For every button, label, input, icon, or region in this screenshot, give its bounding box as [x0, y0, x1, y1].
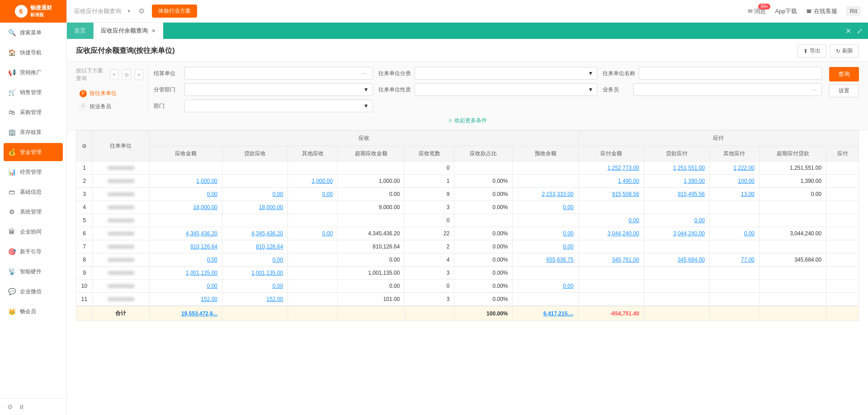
data-cell[interactable]: 0.00 [710, 227, 760, 240]
sidebar-item-system[interactable]: ⚙ 系统管理 [0, 202, 66, 222]
tab-arquery[interactable]: 应收应付余额查询 ✕ [94, 23, 163, 39]
filter-add-btn[interactable]: + [110, 69, 118, 80]
data-cell[interactable]: 100.00 [710, 175, 760, 188]
query-button[interactable]: 查询 [829, 67, 859, 81]
sidebar-item-marketing[interactable]: 📢 营销推广 [0, 62, 66, 82]
data-cell[interactable] [644, 240, 709, 253]
dept-select[interactable]: ▼ [184, 83, 373, 96]
department-select[interactable]: ▼ [184, 100, 373, 112]
query-type-by-salesman[interactable]: ⏱ 按业务员 [76, 100, 143, 113]
data-cell[interactable]: 0.00 [149, 188, 222, 201]
customer-nature-select[interactable]: ▼ [415, 83, 598, 96]
data-cell[interactable]: 1,001,135.00 [222, 267, 288, 280]
th-settings[interactable]: ⚙ [76, 131, 93, 162]
footer-prepay-total[interactable]: 6,417,215.... [513, 306, 578, 321]
export-button[interactable]: ⬆ 导出 [797, 44, 826, 57]
sidebar-item-sales[interactable]: 🛒 销售管理 [0, 82, 66, 102]
online-service-button[interactable]: ☎ 在线客服 [806, 7, 837, 15]
data-cell[interactable] [288, 240, 338, 253]
data-cell[interactable]: 915,495.56 [644, 188, 709, 201]
data-cell[interactable] [288, 214, 338, 227]
data-cell[interactable]: 3,044,240.00 [644, 227, 709, 240]
data-cell[interactable] [710, 240, 760, 253]
salesman-input[interactable]: ··· [633, 83, 822, 96]
sidebar-item-basic[interactable]: 🗃 基础信息 [0, 182, 66, 202]
data-cell[interactable]: 0.00 [578, 214, 644, 227]
sidebar-item-hardware[interactable]: 📡 智能硬件 [0, 262, 66, 281]
settlement-unit-ellipsis[interactable]: ··· [361, 70, 369, 76]
data-cell[interactable]: 4,345,436.20 [149, 227, 222, 240]
sidebar-item-member[interactable]: 👑 畅会员 [0, 301, 66, 321]
solution-button[interactable]: 体验行业方案 [152, 5, 197, 18]
data-cell[interactable] [578, 201, 644, 214]
footer-ar-total[interactable]: 19,553,472,6... [149, 306, 222, 321]
sidebar-item-purchase[interactable]: 🛍 采购管理 [0, 102, 66, 122]
sidebar-item-enterprise[interactable]: 🏛 企业协同 [0, 222, 66, 242]
filter-target-btn[interactable]: ◎ [122, 69, 131, 80]
sidebar-item-finance[interactable]: 💰 资金管理 [4, 143, 63, 161]
data-cell[interactable]: 1,001,135.00 [149, 267, 222, 280]
salesman-ellipsis[interactable]: ··· [810, 86, 818, 93]
filter-expand-toggle[interactable]: ∧ 收起更多条件 [76, 117, 859, 124]
data-cell[interactable]: 655,636.75 [513, 253, 578, 267]
refresh-button[interactable]: ↻ 刷新 [830, 44, 859, 57]
data-cell[interactable] [513, 293, 578, 306]
data-cell[interactable]: 0.00 [288, 188, 338, 201]
data-cell[interactable] [222, 162, 288, 175]
data-cell[interactable]: 810,126.64 [222, 240, 288, 253]
sidebar-item-quicknav[interactable]: 🏠 快捷导航 [0, 43, 66, 62]
data-cell[interactable] [578, 293, 644, 306]
sidebar-item-guide[interactable]: 🎯 新手引导 [0, 242, 66, 262]
user-profile[interactable]: Rit [846, 6, 861, 16]
data-cell[interactable]: 1,490.00 [578, 175, 644, 188]
header-gear-icon[interactable]: ⚙ [138, 7, 145, 15]
data-cell[interactable] [222, 214, 288, 227]
notification-button[interactable]: ✉ 消息 99+ [748, 7, 766, 15]
data-cell[interactable] [578, 280, 644, 293]
data-cell[interactable]: 152.00 [149, 293, 222, 306]
data-cell[interactable] [288, 267, 338, 280]
tab-close-all-icon[interactable]: ✕ [845, 27, 851, 35]
tab-home[interactable]: 首页 [67, 23, 94, 39]
data-cell[interactable]: 810,126.64 [149, 240, 222, 253]
table-area[interactable]: ⚙ 往来单位 应收 应付 应收金额 贷款应收 其他应收 超期应收金额 应收笔数 … [67, 130, 868, 415]
data-cell[interactable]: 0.00 [513, 240, 578, 253]
data-cell[interactable] [513, 162, 578, 175]
data-cell[interactable] [710, 201, 760, 214]
data-cell[interactable] [644, 293, 709, 306]
data-cell[interactable]: 1,252,773.00 [578, 162, 644, 175]
collapse-icon[interactable]: ⏸ [19, 403, 25, 410]
data-cell[interactable]: 4,345,436.20 [222, 227, 288, 240]
data-cell[interactable] [644, 280, 709, 293]
data-cell[interactable]: 1,390.00 [644, 175, 709, 188]
sidebar-item-wechat[interactable]: 💬 企业微信 [0, 281, 66, 301]
data-cell[interactable]: 13.00 [710, 188, 760, 201]
data-cell[interactable]: 0.00 [288, 227, 338, 240]
data-cell[interactable] [288, 293, 338, 306]
data-cell[interactable] [288, 162, 338, 175]
data-cell[interactable] [513, 267, 578, 280]
data-cell[interactable] [710, 267, 760, 280]
data-cell[interactable] [288, 280, 338, 293]
data-cell[interactable]: 915,508.56 [578, 188, 644, 201]
data-cell[interactable]: 0.00 [513, 201, 578, 214]
data-cell[interactable]: 0.00 [149, 253, 222, 267]
sidebar-item-operation[interactable]: 📊 经营管理 [0, 162, 66, 182]
data-cell[interactable] [288, 253, 338, 267]
tab-expand-icon[interactable]: ⤢ [857, 27, 863, 35]
customer-category-select[interactable]: ▼ [415, 67, 598, 80]
filter-collapse-btn[interactable]: « [135, 69, 143, 80]
tab-close-icon[interactable]: ✕ [151, 28, 156, 34]
sidebar-item-inventory[interactable]: 🏢 库存核算 [0, 122, 66, 142]
data-cell[interactable]: 0.00 [222, 253, 288, 267]
app-download-button[interactable]: App下载 [775, 7, 797, 15]
data-cell[interactable]: 345,761.00 [578, 253, 644, 267]
data-cell[interactable] [644, 267, 709, 280]
data-cell[interactable]: 152.00 [222, 293, 288, 306]
data-cell[interactable]: 0.00 [149, 280, 222, 293]
data-cell[interactable]: 0.00 [644, 214, 709, 227]
data-cell[interactable]: 3,044,240.00 [578, 227, 644, 240]
data-cell[interactable] [149, 162, 222, 175]
data-cell[interactable]: 345,684.00 [644, 253, 709, 267]
data-cell[interactable] [222, 175, 288, 188]
